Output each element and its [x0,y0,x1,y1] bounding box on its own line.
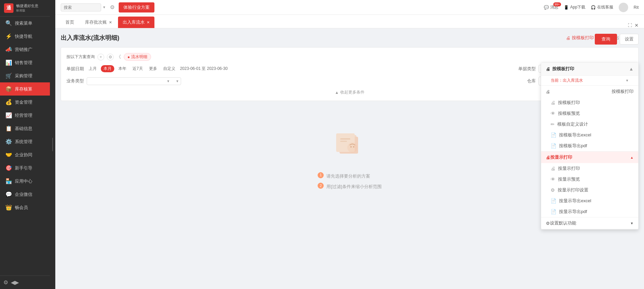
dropdown-current-chevron-icon: ▼ [625,79,629,82]
topbar-right-area: 💬 消息 99+ 📱 App下载 🎧 在线客服 Rit [544,3,639,12]
sidebar-item-search[interactable]: 🔍 搜索菜单 [0,17,50,30]
date-field: 单据日期 上月 本月 本年 近7天 更多 自定义 2023-06-01 至 20… [66,65,228,72]
app-logo-badge: 标准版 [16,8,38,13]
dropdown-template-section-label: 按模板打印 [612,88,634,95]
dropdown-close-icon[interactable]: ▲ [629,66,634,72]
wechat-icon: 💬 [5,191,12,198]
main-area: ▼ ⚙ 体验行业方案 💬 消息 99+ 📱 App下载 🎧 在线客服 [55,0,644,289]
purchase-icon: 🛒 [5,73,12,79]
flow-detail-tag-icon: ● [127,55,130,59]
sidebar-item-shortcut[interactable]: ⚡ 快捷导航 [0,30,50,43]
dropdown-display-section-label: 按显示打印 [550,154,572,160]
tab-batch-close-icon[interactable]: ✕ [109,20,112,25]
sidebar-collapse-button[interactable]: ◀▶ [11,279,19,286]
tab-flow-label: 出入库流水 [123,19,145,25]
dropdown-current-row[interactable]: 当前：出入库流水 ▼ [541,76,638,85]
dropdown-display-section-icon: 🖨 [546,155,550,160]
tab-bar-right: ⛶ ✕ [628,23,639,28]
sidebar-item-guide[interactable]: 🎯 新手引导 [0,161,50,175]
dropdown-display-header[interactable]: 🖨 按显示打印 ▲ [541,152,638,163]
page-header: 出入库流水(流水明细) 🖨 按模板打印 ▲ 📤 导出 🔄 刷新 [61,34,639,42]
sidebar-settings-button[interactable]: ⚙ [3,279,8,286]
dropdown-settings-header[interactable]: ⚙ 设置默认功能 ▼ [541,217,638,229]
display-excel-icon: 📄 [551,198,556,204]
dropdown-title-label: 按模板打印 [552,66,574,72]
online-service-button[interactable]: 🎧 在线客服 [591,4,613,10]
query-button[interactable]: 查询 [595,34,617,45]
sidebar-item-label: 新手引导 [15,165,32,171]
date-opt-7days[interactable]: 近7天 [130,65,145,72]
query-actions: 查询 设置 [595,34,639,45]
sidebar-item-inventory[interactable]: 📦 库存核算 [0,82,50,96]
dropdown-template-section-icon: 🖨 [546,89,550,94]
user-avatar[interactable] [619,3,628,12]
member-icon: 👑 [5,204,12,211]
template-preview-icon: 👁 [551,111,555,116]
template-excel-label: 按模板导出excel [559,132,591,138]
message-button[interactable]: 💬 消息 99+ [544,4,558,10]
date-opt-custom[interactable]: 自定义 [161,65,177,72]
sidebar-resize-handle[interactable] [50,0,55,289]
sidebar-item-marketing[interactable]: 📣 营销推广 [0,43,50,56]
app-download-button[interactable]: 📱 App下载 [564,4,585,10]
date-opt-this-year[interactable]: 本年 [116,65,128,72]
template-excel-icon: 📄 [551,132,556,138]
sidebar-item-wechat[interactable]: 💬 企业微信 [0,188,50,201]
industry-solution-button[interactable]: 体验行业方案 [119,2,154,12]
dropdown-item-display-settings[interactable]: ⚙ 按显示打印设置 [541,185,638,195]
tab-batch[interactable]: 库存批次账 ✕ [80,17,117,28]
settings-query-button[interactable]: 设置 [620,34,639,45]
dropdown-settings-section: ⚙ 设置默认功能 ▼ [541,217,638,229]
sidebar-item-system[interactable]: ⚙️ 系统管理 [0,135,50,148]
flow-detail-tag-label: 流水明细 [131,54,147,60]
sidebar-item-purchase[interactable]: 🛒 采购管理 [0,69,50,82]
dropdown-item-display-print[interactable]: 🖨 按显示打印 [541,163,638,174]
topbar-search-area: ▼ [61,3,106,11]
tab-home[interactable]: 首页 [61,17,79,28]
sidebar-item-basic[interactable]: 📋 基础信息 [0,122,50,135]
sidebar-item-label: 应用中心 [15,178,32,184]
template-print-item-label: 按模板打印 [558,100,580,106]
tab-bar: 首页 库存批次账 ✕ 出入库流水 ✕ ⛶ ✕ [55,15,644,28]
tab-flow[interactable]: 出入库流水 ✕ [118,17,154,28]
filter-add-button[interactable]: + [97,54,104,60]
filter-settings-button[interactable]: ⚙ [107,54,114,60]
flow-detail-tag[interactable]: ● 流水明细 [124,53,151,61]
username-label: Rit [634,5,639,10]
dropdown-item-template-excel[interactable]: 📄 按模板导出excel [541,130,638,140]
template-preview-label: 按模板预览 [558,110,580,116]
dropdown-item-display-preview[interactable]: 👁 按显示预览 [541,174,638,185]
date-opt-this-month[interactable]: 本月 [101,65,114,72]
sidebar-item-appstore[interactable]: 🏪 应用中心 [0,175,50,188]
filter-collapse-icon[interactable]: 《 [116,54,121,60]
sidebar-item-label: 经营管理 [15,112,32,119]
topbar: ▼ ⚙ 体验行业方案 💬 消息 99+ 📱 App下载 🎧 在线客服 [55,0,644,15]
sidebar-item-finance[interactable]: 💰 资金管理 [0,96,50,109]
date-opt-more[interactable]: 更多 [147,65,159,72]
chevron-up-icon: ▲ [335,90,339,95]
dropdown-item-display-excel[interactable]: 📄 按显示导出excel [541,195,638,206]
business-type-select[interactable]: ▼ [87,77,181,85]
sidebar-item-collab[interactable]: 🤝 企业协同 [0,148,50,161]
tab-expand-icon[interactable]: ⛶ [628,23,632,28]
filter-header: 按以下方案查询 + ⚙ 《 ● 流水明细 [66,53,633,61]
search-icon: 🔍 [5,20,12,26]
sidebar-item-sales[interactable]: 📊 销售管理 [0,56,50,69]
sidebar-item-operation[interactable]: 📈 经营管理 [0,109,50,122]
tab-flow-close-icon[interactable]: ✕ [147,20,150,25]
collapse-conditions-button[interactable]: ▲ 收起更多条件 [335,89,364,95]
dropdown-item-template-print[interactable]: 🖨 按模板打印 [541,97,638,108]
date-range-label: 2023-06-01 至 2023-06-30 [180,66,228,72]
topbar-gear-icon[interactable]: ⚙ [110,4,115,10]
dropdown-item-template-preview[interactable]: 👁 按模板预览 [541,108,638,119]
dropdown-template-header[interactable]: 🖨 按模板打印 [541,86,638,97]
date-opt-last-month[interactable]: 上月 [87,65,99,72]
sidebar-item-member[interactable]: 👑 畅会员 [0,201,50,214]
search-input[interactable] [61,3,101,11]
tab-window-close-icon[interactable]: ✕ [635,23,639,28]
dropdown-item-template-design[interactable]: ✏ 模板自定义设计 [541,119,638,130]
dropdown-item-template-pdf[interactable]: 📄 按模板导出pdf [541,140,638,151]
appstore-icon: 🏪 [5,178,12,184]
display-print-label: 按显示打印 [558,165,580,172]
dropdown-item-display-pdf[interactable]: 📄 按显示导出pdf [541,206,638,217]
